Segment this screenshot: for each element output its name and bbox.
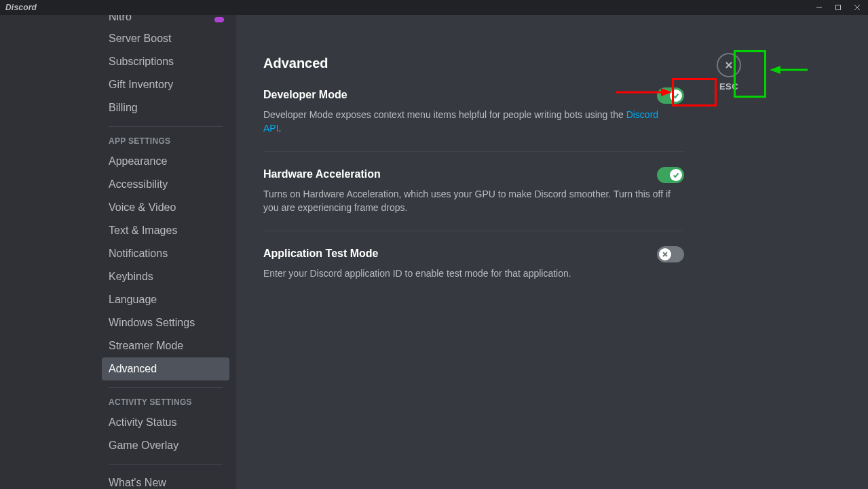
- setting-title: Hardware Acceleration: [263, 168, 684, 180]
- toggle-hardware-acceleration[interactable]: [657, 167, 684, 183]
- setting-description: Turns on Hardware Acceleration, which us…: [263, 187, 671, 214]
- sidebar-item-whats-new[interactable]: What's New: [102, 471, 229, 489]
- sidebar-item-windows-settings[interactable]: Windows Settings: [102, 311, 229, 334]
- close-settings-button[interactable]: [717, 53, 741, 77]
- toggle-knob: [659, 248, 671, 260]
- sidebar-item-advanced[interactable]: Advanced: [102, 357, 229, 380]
- sidebar-item-accessibility[interactable]: Accessibility: [102, 173, 229, 196]
- close-settings: ESC: [715, 53, 743, 92]
- sidebar-header-activity-settings: ACTIVITY SETTINGS: [102, 397, 229, 407]
- sidebar-item-appearance[interactable]: Appearance: [102, 150, 229, 173]
- page-title: Advanced: [263, 56, 684, 71]
- sidebar-item-keybinds[interactable]: Keybinds: [102, 265, 229, 288]
- sidebar-item-billing[interactable]: Billing: [102, 96, 229, 119]
- sidebar-item-language[interactable]: Language: [102, 288, 229, 311]
- sidebar-item-server-boost[interactable]: Server Boost: [102, 27, 229, 50]
- sidebar-divider: [109, 464, 223, 465]
- settings-sidebar: Nitro Server Boost Subscriptions Gift In…: [0, 15, 236, 489]
- window-maximize-button[interactable]: [829, 0, 848, 15]
- sidebar-divider: [109, 126, 223, 127]
- sidebar-item-game-overlay[interactable]: Game Overlay: [102, 434, 229, 457]
- setting-application-test-mode: Application Test Mode Enter your Discord…: [263, 248, 684, 296]
- setting-description: Developer Mode exposes context menu item…: [263, 108, 671, 135]
- sidebar-divider: [109, 387, 223, 388]
- sidebar-item-subscriptions[interactable]: Subscriptions: [102, 50, 229, 73]
- setting-title: Application Test Mode: [263, 248, 684, 260]
- annotation-green-arrow: [770, 64, 808, 75]
- window-close-button[interactable]: [848, 0, 867, 15]
- toggle-developer-mode[interactable]: [657, 87, 684, 104]
- setting-description: Enter your Discord application ID to ena…: [263, 267, 671, 280]
- setting-developer-mode: Developer Mode Developer Mode exposes co…: [263, 89, 684, 152]
- toggle-knob: [670, 90, 682, 102]
- svg-rect-1: [836, 5, 841, 10]
- sidebar-item-activity-status[interactable]: Activity Status: [102, 411, 229, 434]
- setting-title: Developer Mode: [263, 89, 684, 101]
- sidebar-item-gift-inventory[interactable]: Gift Inventory: [102, 73, 229, 96]
- app-body: Nitro Server Boost Subscriptions Gift In…: [0, 15, 868, 489]
- titlebar: Discord: [0, 0, 868, 15]
- app-name: Discord: [5, 3, 37, 12]
- sidebar-item-nitro[interactable]: Nitro: [102, 15, 229, 27]
- toggle-application-test-mode[interactable]: [657, 246, 684, 262]
- setting-hardware-acceleration: Hardware Acceleration Turns on Hardware …: [263, 168, 684, 231]
- sidebar-item-text-images[interactable]: Text & Images: [102, 219, 229, 242]
- svg-marker-11: [770, 66, 780, 74]
- sidebar-header-app-settings: APP SETTINGS: [102, 136, 229, 146]
- sidebar-item-notifications[interactable]: Notifications: [102, 242, 229, 265]
- window-minimize-button[interactable]: [810, 0, 829, 15]
- sidebar-item-streamer-mode[interactable]: Streamer Mode: [102, 334, 229, 357]
- settings-content: Advanced Developer Mode Developer Mode e…: [236, 15, 868, 489]
- esc-label: ESC: [715, 81, 743, 92]
- sidebar-item-voice-video[interactable]: Voice & Video: [102, 196, 229, 219]
- window-controls: [810, 0, 867, 15]
- toggle-knob: [670, 169, 682, 181]
